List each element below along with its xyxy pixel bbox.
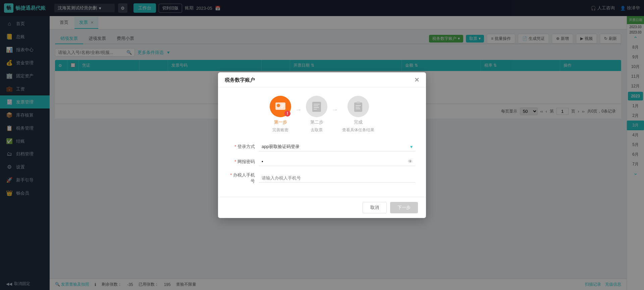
- step-1-badge: !: [284, 111, 290, 117]
- tax-digital-dialog: 税务数字账户 ✕: [218, 72, 426, 218]
- step-arrow-1: →: [295, 106, 302, 123]
- svg-rect-7: [314, 105, 318, 106]
- login-method-row: * 登录方式 app获取验证码登录 ▾: [229, 142, 415, 151]
- svg-rect-11: [357, 101, 360, 103]
- next-button[interactable]: 下一步: [390, 202, 418, 213]
- svg-rect-2: [281, 104, 284, 105]
- svg-rect-3: [281, 106, 284, 106]
- web-password-input[interactable]: [259, 157, 405, 166]
- svg-rect-9: [314, 109, 317, 110]
- invoice-step-icon: [311, 100, 323, 113]
- taxpayer-phone-label: * 办税人手机号: [229, 172, 259, 184]
- step-3-icon: [347, 96, 369, 117]
- person-card-icon: [274, 100, 286, 113]
- step-1-icon: !: [270, 96, 291, 117]
- web-password-input-wrap[interactable]: 👁: [259, 157, 415, 166]
- svg-point-1: [277, 104, 280, 107]
- step-2-desc: 去取票: [311, 127, 323, 133]
- svg-rect-5: [312, 102, 321, 112]
- step-1-title: 第一步: [274, 119, 287, 125]
- dialog-close-button[interactable]: ✕: [414, 77, 419, 83]
- clipboard-icon: [352, 100, 364, 113]
- dialog-body: ! 第一步 完善账密 →: [218, 88, 426, 197]
- login-method-value: app获取验证码登录: [262, 144, 300, 150]
- web-password-row: * 网报密码 👁: [229, 157, 415, 166]
- taxpayer-phone-row: * 办税人手机号: [229, 172, 415, 184]
- dialog-title: 税务数字账户: [225, 77, 255, 83]
- login-method-select[interactable]: app获取验证码登录 ▾: [259, 142, 415, 151]
- svg-rect-8: [314, 107, 319, 108]
- svg-rect-4: [281, 107, 283, 108]
- step-3-desc: 查看具体任务结果: [342, 127, 374, 133]
- taxpayer-phone-input[interactable]: [259, 174, 415, 183]
- steps-indicator: ! 第一步 完善账密 →: [229, 96, 415, 133]
- step-3-title: 完成: [354, 119, 363, 125]
- login-method-label: * 登录方式: [229, 144, 259, 150]
- step-arrow-2: →: [331, 106, 338, 123]
- svg-rect-6: [314, 104, 320, 104]
- select-arrow-icon: ▾: [410, 144, 413, 149]
- step-2-icon: [306, 96, 327, 117]
- step-3: 完成 查看具体任务结果: [342, 96, 374, 133]
- svg-rect-14: [356, 108, 360, 109]
- step-1: ! 第一步 完善账密: [270, 96, 291, 133]
- dialog-footer: 取消 下一步: [218, 197, 426, 218]
- svg-rect-12: [356, 105, 361, 106]
- cancel-button[interactable]: 取消: [363, 202, 387, 213]
- step-2: 第二步 去取票: [306, 96, 327, 133]
- step-2-title: 第二步: [310, 119, 323, 125]
- password-eye-icon[interactable]: 👁: [405, 159, 415, 164]
- modal-overlay: 税务数字账户 ✕: [0, 0, 644, 290]
- step-1-desc: 完善账密: [272, 127, 288, 133]
- web-password-label: * 网报密码: [229, 159, 259, 165]
- dialog-header: 税务数字账户 ✕: [218, 72, 426, 88]
- svg-rect-13: [356, 107, 360, 107]
